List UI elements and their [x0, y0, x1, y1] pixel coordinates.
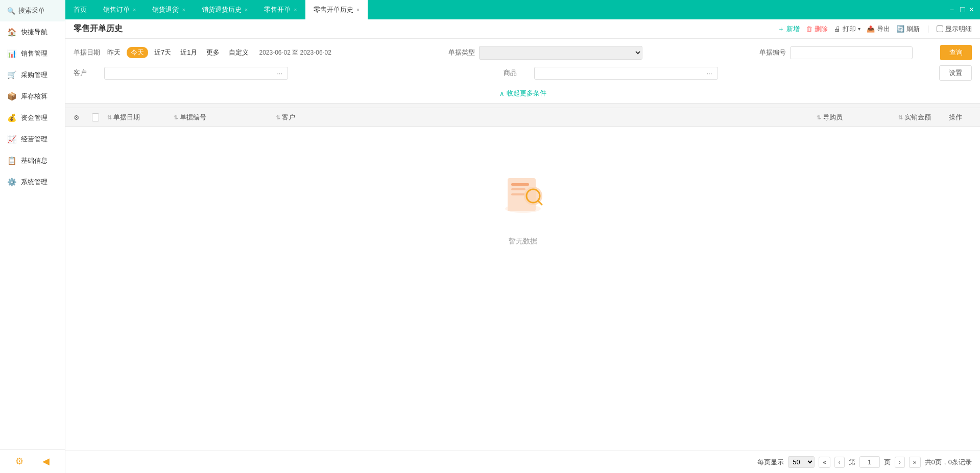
date-opt-custom[interactable]: 自定义	[226, 47, 252, 58]
delete-button[interactable]: 🗑 删除	[806, 24, 828, 34]
export-icon: 📤	[867, 25, 875, 33]
date-filter-options: 昨天 今天 近7天 近1月 更多 自定义 2023-06-02 至 2023-0…	[104, 47, 331, 58]
table-container: ⚙ ⇅ 单据日期 ⇅ 单据编号 ⇅ 客户 ⇅ 导购员 ⇅	[65, 108, 980, 451]
add-button[interactable]: ＋ 新增	[778, 24, 800, 34]
th-no[interactable]: ⇅ 单据编号	[170, 113, 272, 122]
page-unit: 页	[884, 458, 891, 467]
th-customer-label: 客户	[282, 113, 295, 122]
sidebar-item-label: 销售管理	[21, 49, 47, 58]
date-opt-more[interactable]: 更多	[203, 47, 223, 58]
print-button[interactable]: 🖨 打印 ▾	[834, 24, 861, 34]
tab-retail-open[interactable]: 零售开单 ×	[256, 0, 305, 19]
tab-sales-order-label: 销售订单	[103, 5, 130, 14]
display-detail-checkbox[interactable]	[937, 26, 943, 32]
tab-retail-open-history[interactable]: 零售开单历史 ×	[305, 0, 368, 19]
maximize-button[interactable]: □	[960, 5, 965, 14]
svg-rect-3	[511, 188, 525, 190]
tab-retail-open-history-label: 零售开单历史	[314, 5, 353, 14]
export-label: 导出	[877, 24, 890, 34]
th-customer[interactable]: ⇅ 客户	[272, 113, 812, 122]
sidebar-item-kuaijie[interactable]: 🏠 快捷导航	[0, 21, 65, 43]
customer-filter-input[interactable]: ···	[104, 67, 288, 80]
sidebar-item-label: 快捷导航	[21, 28, 47, 37]
next-page-button[interactable]: ›	[895, 457, 905, 468]
th-settings[interactable]: ⚙	[69, 114, 88, 121]
table-header: ⚙ ⇅ 单据日期 ⇅ 单据编号 ⇅ 客户 ⇅ 导购员 ⇅	[65, 108, 980, 127]
filter-collapse-toggle[interactable]: ∧ 收起更多条件	[74, 86, 972, 101]
tab-retail-open-history-close[interactable]: ×	[356, 7, 360, 13]
sidebar-item-label: 库存核算	[21, 92, 47, 101]
date-opt-yesterday[interactable]: 昨天	[104, 47, 124, 58]
filter-area: 单据日期 昨天 今天 近7天 近1月 更多 自定义 2023-06-02 至 2…	[65, 39, 980, 104]
search-icon: 🔍	[7, 7, 15, 15]
th-no-label: 单据编号	[180, 113, 206, 122]
no-filter-input[interactable]	[790, 46, 913, 59]
sidebar-item-xitong[interactable]: ⚙️ 系统管理	[0, 171, 65, 193]
last-page-button[interactable]: »	[909, 457, 921, 468]
date-opt-today[interactable]: 今天	[127, 47, 148, 58]
sidebar-item-jingying[interactable]: 📈 经营管理	[0, 129, 65, 150]
sidebar-item-kucun[interactable]: 📦 库存核算	[0, 86, 65, 107]
tab-sales-return-history-label: 销货退货历史	[202, 5, 242, 14]
print-icon: 🖨	[834, 25, 841, 33]
close-button[interactable]: ×	[969, 5, 974, 14]
clipboard-icon: 📋	[7, 156, 17, 165]
settings-footer-icon[interactable]: ⚙	[15, 456, 23, 467]
th-amount[interactable]: ⇅ 实销金额	[874, 113, 935, 122]
empty-illustration	[497, 168, 548, 229]
sidebar-item-zijin[interactable]: 💰 资金管理	[0, 107, 65, 129]
tab-sales-return-history[interactable]: 销货退货历史 ×	[194, 0, 256, 19]
sidebar-item-caigou[interactable]: 🛒 采购管理	[0, 64, 65, 86]
query-button[interactable]: 查询	[940, 45, 972, 60]
search-menu-item[interactable]: 🔍 搜索采单	[0, 0, 65, 21]
th-amount-sort-icon: ⇅	[898, 114, 903, 121]
tab-home[interactable]: 首页	[65, 0, 95, 19]
page-title: 零售开单历史	[74, 23, 123, 34]
date-opt-7days[interactable]: 近7天	[151, 47, 174, 58]
display-detail-label: 显示明细	[945, 24, 972, 34]
sidebar-footer: ⚙ ◀	[0, 449, 65, 473]
tab-retail-open-close[interactable]: ×	[294, 7, 297, 13]
minimize-button[interactable]: －	[948, 5, 956, 15]
refresh-button[interactable]: 🔄 刷新	[896, 24, 920, 34]
tab-sales-return[interactable]: 销货退货 ×	[144, 0, 193, 19]
th-date-label: 单据日期	[113, 113, 140, 122]
sidebar-item-label: 采购管理	[21, 70, 47, 80]
export-button[interactable]: 📤 导出	[867, 24, 890, 34]
tab-sales-return-history-close[interactable]: ×	[245, 7, 248, 13]
date-opt-1month[interactable]: 近1月	[177, 47, 200, 58]
setting-button[interactable]: 设置	[939, 65, 972, 81]
tab-sales-order-close[interactable]: ×	[133, 7, 136, 13]
sidebar-item-label: 系统管理	[21, 178, 47, 187]
goods-filter-input[interactable]: ···	[534, 67, 718, 80]
collapse-sidebar-icon[interactable]: ◀	[42, 456, 50, 467]
sidebar-item-xiaoshou[interactable]: 📊 销售管理	[0, 43, 65, 64]
column-settings-icon[interactable]: ⚙	[74, 114, 80, 121]
tabs-bar: 首页 销售订单 × 销货退货 × 销货退货历史 × 零售开单 × 零售开单历史 …	[65, 0, 980, 19]
prev-page-button[interactable]: ‹	[834, 457, 845, 468]
tab-sales-order[interactable]: 销售订单 ×	[95, 0, 144, 19]
type-filter-label: 单据类型	[448, 48, 479, 57]
display-detail-button[interactable]: 显示明细	[937, 24, 972, 34]
main-content: 首页 销售订单 × 销货退货 × 销货退货历史 × 零售开单 × 零售开单历史 …	[65, 0, 980, 473]
type-filter-select[interactable]	[479, 46, 642, 60]
filter-row-date: 单据日期 昨天 今天 近7天 近1月 更多 自定义 2023-06-02 至 2…	[74, 45, 972, 60]
per-page-select[interactable]: 50 10 20 100	[788, 456, 815, 468]
tab-sales-return-close[interactable]: ×	[182, 7, 185, 13]
th-amount-label: 实销金额	[904, 113, 931, 122]
date-range-display: 2023-06-02 至 2023-06-02	[259, 48, 331, 57]
no-filter-label: 单据编号	[759, 48, 790, 57]
th-guide[interactable]: ⇅ 导购员	[812, 113, 874, 122]
th-date[interactable]: ⇅ 单据日期	[103, 113, 170, 122]
search-menu-label: 搜索采单	[18, 6, 45, 15]
empty-text: 暂无数据	[509, 237, 537, 246]
gear-icon: ⚙️	[7, 178, 17, 187]
first-page-button[interactable]: «	[819, 457, 830, 468]
home-icon: 🏠	[7, 28, 17, 37]
th-sort-icon: ⇅	[107, 114, 112, 121]
toolbar-actions: ＋ 新增 🗑 删除 🖨 打印 ▾ 📤 导出 🔄 刷新	[778, 24, 972, 34]
th-guide-label: 导购员	[823, 113, 843, 122]
select-all-checkbox[interactable]	[92, 113, 99, 121]
page-number-input[interactable]	[859, 456, 880, 468]
sidebar-item-jichu[interactable]: 📋 基础信息	[0, 150, 65, 171]
